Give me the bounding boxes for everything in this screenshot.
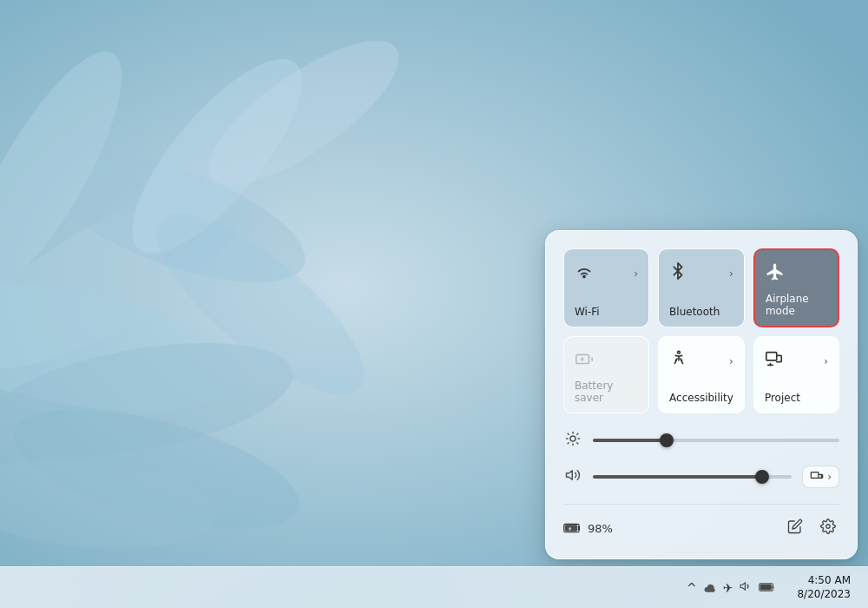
edit-button[interactable] [784,515,806,541]
brightness-thumb[interactable] [660,433,674,447]
svg-marker-24 [567,471,573,480]
quick-settings-panel: › Wi-Fi › Bluetooth [545,230,858,559]
time-display: 4:50 AM [808,574,851,588]
volume-fill [593,475,762,479]
svg-rect-25 [812,473,819,479]
desktop-background: › Wi-Fi › Bluetooth [0,0,868,608]
battery-saver-tile[interactable]: Battery saver [563,336,649,413]
battery-percent-text: 98% [588,522,613,535]
taskbar-system-tray[interactable]: ^ ✈ [678,577,785,598]
cloud-icon [704,581,716,595]
tiles-grid: › Wi-Fi › Bluetooth [563,248,839,413]
bluetooth-chevron: › [729,268,733,280]
audio-chevron: › [827,471,832,483]
svg-point-15 [570,436,575,441]
wifi-label: Wi-Fi [575,306,638,318]
svg-point-28 [826,525,831,529]
svg-point-13 [678,351,681,354]
svg-rect-27 [565,525,576,531]
svg-line-19 [577,443,578,444]
panel-footer: 98% [563,504,839,541]
battery-info: 98% [563,521,613,535]
accessibility-chevron: › [729,355,733,367]
chevron-up-icon: ^ [687,581,697,595]
brightness-slider[interactable] [593,439,839,442]
battery-footer-icon [563,521,582,535]
svg-marker-29 [741,583,746,590]
project-chevron: › [824,355,828,367]
taskbar: ^ ✈ [0,566,868,608]
project-icon [765,349,784,373]
battery-saver-label: Battery saver [575,380,638,404]
wifi-tile[interactable]: › Wi-Fi [563,248,649,327]
svg-point-11 [583,276,585,278]
airplane-taskbar-icon: ✈ [723,581,733,595]
svg-line-22 [568,443,569,444]
bluetooth-icon [669,261,687,285]
volume-icon [563,467,582,486]
brightness-fill [593,439,667,442]
wifi-chevron: › [634,268,638,280]
bluetooth-label: Bluetooth [669,306,733,318]
accessibility-tile[interactable]: › Accessibility [658,336,745,413]
wifi-icon [575,261,594,285]
project-tile[interactable]: › Project [753,336,839,413]
footer-icons [784,515,839,541]
accessibility-label: Accessibility [669,392,733,404]
svg-line-18 [568,433,569,434]
svg-rect-14 [766,353,777,360]
taskbar-right: ^ ✈ [678,572,858,603]
accessibility-icon [669,349,688,373]
airplane-tile[interactable]: Airplane mode [753,248,839,327]
volume-taskbar-icon [740,580,752,595]
airplane-label: Airplane mode [766,293,827,317]
battery-saver-icon [575,349,594,373]
taskbar-time[interactable]: 4:50 AM 8/20/2023 [790,572,858,603]
volume-row: › [563,466,839,488]
brightness-icon [563,431,582,450]
settings-button[interactable] [817,515,839,541]
battery-taskbar-icon [759,581,776,595]
svg-line-23 [577,433,578,434]
audio-device-icon [810,470,824,484]
volume-thumb[interactable] [755,470,769,484]
airplane-icon [766,262,785,286]
date-display: 8/20/2023 [797,588,851,602]
svg-rect-31 [761,585,772,590]
volume-slider[interactable] [593,475,792,479]
project-label: Project [765,392,828,404]
audio-device-button[interactable]: › [802,466,839,488]
bluetooth-tile[interactable]: › Bluetooth [658,248,745,327]
brightness-row [563,431,839,450]
